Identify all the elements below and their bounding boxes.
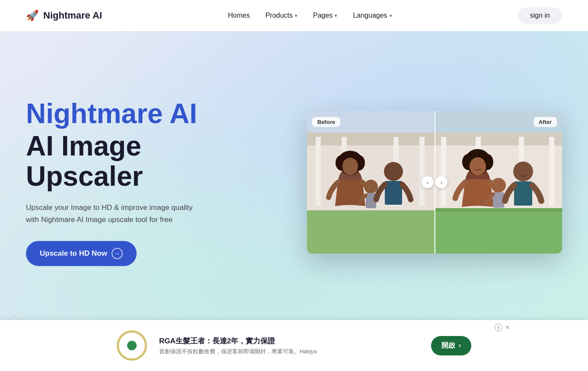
cta-button[interactable]: Upscale to HD Now → [26, 241, 137, 266]
after-image [435, 111, 562, 254]
after-panel [435, 111, 562, 254]
hero-section: Nightmare AI AI Image Upscaler Upscale y… [0, 31, 588, 325]
nav-products[interactable]: Products ▾ [265, 12, 297, 19]
ad-controls: ℹ ✕ [495, 323, 510, 325]
pages-chevron-icon: ▾ [335, 13, 337, 19]
svg-point-14 [364, 180, 378, 193]
before-image [307, 111, 435, 254]
nav-links: Homes Products ▾ Pages ▾ Languages ▾ [228, 12, 392, 19]
nav-homes[interactable]: Homes [228, 12, 250, 19]
comparison-handle[interactable]: ‹ › [422, 176, 447, 188]
nav-pages[interactable]: Pages ▾ [313, 12, 337, 19]
svg-rect-24 [549, 137, 554, 206]
svg-rect-21 [441, 137, 446, 206]
sign-in-button[interactable]: sign in [518, 7, 562, 24]
svg-point-32 [470, 157, 486, 175]
hero-description: Upscale your Image to HD & improve image… [26, 202, 208, 225]
svg-rect-25 [435, 210, 562, 254]
hero-right: ‹ › Before After [259, 111, 562, 254]
hero-left: Nightmare AI AI Image Upscaler Upscale y… [26, 98, 259, 266]
ad-info-icon[interactable]: ℹ [495, 323, 502, 325]
hero-title-black: AI Image Upscaler [26, 131, 259, 192]
after-badge: After [534, 117, 557, 127]
svg-rect-20 [435, 133, 562, 146]
svg-rect-6 [419, 137, 425, 206]
languages-chevron-icon: ▾ [390, 13, 392, 19]
comparison-container: ‹ › Before After [307, 111, 562, 254]
cta-label: Upscale to HD Now [40, 249, 107, 258]
before-badge: Before [312, 117, 340, 127]
prev-arrow[interactable]: ‹ [422, 176, 434, 188]
nav-languages[interactable]: Languages ▾ [353, 12, 392, 19]
svg-rect-26 [435, 208, 562, 212]
products-chevron-icon: ▾ [295, 13, 297, 19]
brand-name: Nightmare AI [43, 10, 102, 21]
ad-close-icon[interactable]: ✕ [505, 324, 510, 325]
logo[interactable]: 🚀 Nightmare AI [26, 10, 102, 22]
next-arrow[interactable]: › [435, 176, 447, 188]
logo-emoji: 🚀 [26, 10, 39, 22]
ad-banner: RGA生髮王者：長達2年，實力保證 首創保證不按粒數收費，保證客前即場開封，專業… [0, 320, 588, 325]
svg-point-33 [491, 178, 506, 193]
svg-rect-7 [307, 210, 435, 254]
before-panel [307, 111, 435, 254]
navbar: 🚀 Nightmare AI Homes Products ▾ Pages ▾ … [0, 0, 588, 31]
svg-point-13 [342, 158, 358, 175]
svg-point-16 [384, 162, 403, 181]
hero-title-blue: Nightmare AI [26, 98, 259, 129]
svg-point-35 [513, 162, 533, 181]
svg-rect-3 [316, 137, 321, 206]
arrow-icon: → [112, 248, 123, 259]
svg-rect-2 [307, 133, 435, 146]
